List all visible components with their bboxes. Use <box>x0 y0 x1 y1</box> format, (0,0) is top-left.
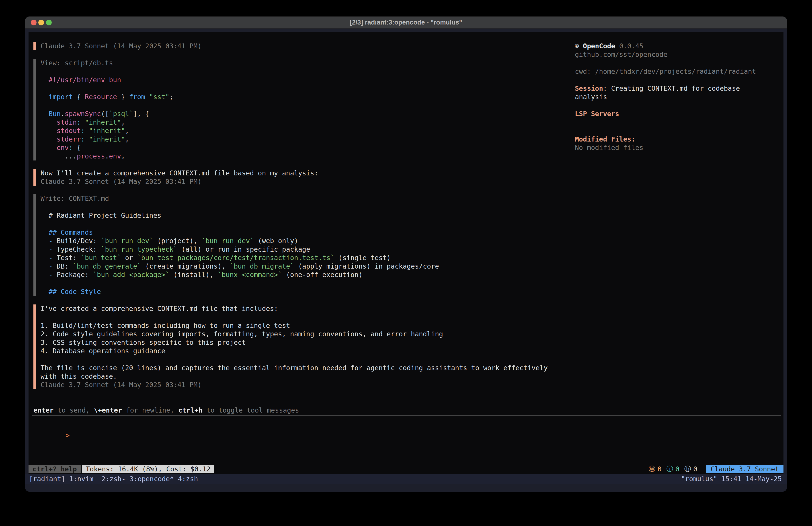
assistant-message-block: Now I'll create a comprehensive CONTEXT.… <box>33 169 781 186</box>
hint-segment: to send, <box>54 406 94 414</box>
prompt-caret: > <box>66 431 70 439</box>
text-segment: 0.0.45 <box>615 42 643 50</box>
hint-segment: for newline, <box>122 406 178 414</box>
model-badge: Claude 3.7 Sonnet <box>706 465 783 473</box>
text-line <box>575 118 780 127</box>
text-segment: ## Code Style <box>48 288 101 296</box>
text-line: Session: Creating CONTEXT.md for codebas… <box>575 84 780 93</box>
text-line: Write: CONTEXT.md <box>41 194 781 203</box>
text-segment: } <box>117 93 129 101</box>
text-segment <box>81 118 85 126</box>
warning-circle-icon: Ⓦ <box>649 465 655 474</box>
text-line <box>575 127 780 135</box>
text-segment: github.com/sst/opencode <box>575 51 667 58</box>
text-line: Modified Files: <box>575 135 780 144</box>
text-segment: Claude 3.7 Sonnet (14 May 2025 03:41 PM) <box>41 381 201 389</box>
text-segment <box>41 254 48 262</box>
text-segment: stderr <box>57 135 81 143</box>
text-segment: (project), <box>153 237 202 245</box>
text-segment: - <box>48 245 53 253</box>
text-segment: Bun <box>48 110 61 118</box>
warning-count: 0 <box>657 465 662 473</box>
terminal-content: Claude 3.7 Sonnet (14 May 2025 03:41 PM)… <box>29 32 783 474</box>
text-segment: ; <box>169 93 173 101</box>
text-line: 2. Code style guidelines covering import… <box>41 330 781 338</box>
text-segment <box>41 144 57 152</box>
prompt-input[interactable]: > <box>33 423 781 431</box>
text-segment: LSP Servers <box>575 110 619 118</box>
text-segment: : <box>81 135 85 143</box>
text-segment: stdin <box>57 118 77 126</box>
text-segment: ... <box>41 152 77 160</box>
text-segment: analysis <box>575 93 607 101</box>
text-segment: `bun test packages/core/test/transaction… <box>137 254 334 262</box>
text-segment: Package: <box>53 271 93 279</box>
text-segment: #!/usr/bin/env bun <box>48 76 121 84</box>
text-segment: "inherit" <box>85 118 121 126</box>
text-line: No modified files <box>575 144 780 152</box>
text-segment: © OpenCode <box>575 42 615 50</box>
text-line: Claude 3.7 Sonnet (14 May 2025 03:41 PM) <box>41 381 781 389</box>
text-segment: { <box>73 144 81 152</box>
text-segment <box>41 237 48 245</box>
text-segment: : <box>69 144 73 152</box>
text-segment <box>85 135 89 143</box>
text-segment: . <box>61 110 64 118</box>
text-segment <box>41 271 48 279</box>
text-segment: ## Commands <box>48 228 93 236</box>
hint-circle-icon: ⓗ <box>684 465 691 474</box>
text-segment: env <box>57 144 69 152</box>
text-segment: (create migrations), <box>141 262 230 270</box>
text-segment <box>41 135 57 143</box>
text-line: LSP Servers <box>575 110 780 118</box>
text-segment: `psql` <box>109 110 133 118</box>
text-line: 4. Database operations guidance <box>41 347 781 355</box>
text-segment: from <box>129 93 145 101</box>
text-segment: 1. Build/lint/test commands including ho… <box>41 322 290 329</box>
text-segment: : <box>77 118 81 126</box>
text-segment: 2. Code style guidelines covering import… <box>41 330 443 338</box>
text-line <box>41 279 781 287</box>
info-count: 0 <box>676 465 679 473</box>
hint-segment: ctrl+h <box>178 406 202 414</box>
text-segment: View: script/db.ts <box>41 59 113 67</box>
text-segment: import <box>48 93 73 101</box>
text-segment: Write: CONTEXT.md <box>41 195 109 202</box>
text-segment <box>145 93 149 101</box>
composer-divider <box>32 415 781 416</box>
text-segment: (single test) <box>334 254 391 262</box>
text-segment: `bun run typecheck` <box>101 245 177 253</box>
text-segment: cwd: /home/thdxr/dev/projects/radiant/ra… <box>575 68 756 75</box>
text-line: with this codebase. <box>41 372 781 381</box>
tmux-window-list: [radiant] 1:nvim 2:zsh- 3:opencode* 4:zs… <box>29 475 198 483</box>
text-segment: : <box>81 127 85 134</box>
text-line <box>41 220 781 228</box>
text-segment: `bun db migrate` <box>230 262 294 270</box>
text-segment: , <box>125 127 129 134</box>
text-segment <box>41 127 57 134</box>
tokens-cost-badge: Tokens: 16.4K (8%), Cost: $0.12 <box>82 465 214 473</box>
text-segment: `bun db generate` <box>73 262 141 270</box>
tool-write-block: Write: CONTEXT.md # Radiant Project Guid… <box>33 194 781 296</box>
text-line: - Test: `bun test` or `bun test packages… <box>41 254 781 262</box>
sidebar: © OpenCode 0.0.45github.com/sst/opencode… <box>575 42 780 152</box>
text-segment: Test: <box>53 254 81 262</box>
text-segment: or <box>121 254 137 262</box>
info-circle-icon: ⓘ <box>667 465 673 474</box>
hint-segment: to toggle tool messages <box>203 406 299 414</box>
text-line: # Radiant Project Guidelines <box>41 211 781 220</box>
text-segment: Session <box>575 84 603 92</box>
text-segment <box>41 76 48 84</box>
text-segment <box>41 93 48 101</box>
text-segment: with this codebase. <box>41 372 117 380</box>
text-line: - TypeCheck: `bun run typecheck` (all) o… <box>41 245 781 254</box>
text-segment: stdout <box>57 127 81 134</box>
text-line: cwd: /home/thdxr/dev/projects/radiant/ra… <box>575 67 780 76</box>
text-segment: { <box>73 93 85 101</box>
text-line: Claude 3.7 Sonnet (14 May 2025 03:41 PM) <box>41 177 781 186</box>
text-line: github.com/sst/opencode <box>575 51 780 59</box>
text-segment: (web only) <box>254 237 298 245</box>
text-segment: `bun test` <box>81 254 121 262</box>
text-line: - DB: `bun db generate` (create migratio… <box>41 262 781 271</box>
text-line: ## Code Style <box>41 287 781 296</box>
